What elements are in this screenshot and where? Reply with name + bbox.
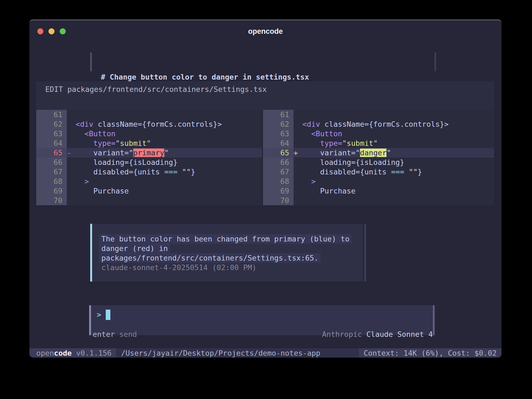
line-number: 67 xyxy=(36,167,67,177)
line-number: 65 xyxy=(263,148,294,158)
diff-right-code: <div className={formCs.controls}> <Butto… xyxy=(294,110,494,205)
code-line: <div className={formCs.controls}> xyxy=(294,119,494,129)
working-directory: /Users/jayair/Desktop/Projects/demo-note… xyxy=(121,348,321,358)
line-number: 65 xyxy=(36,148,67,158)
code-line: <div className={formCs.controls}> xyxy=(67,119,262,129)
line-number: 64 xyxy=(263,138,294,148)
code-line: Purchase xyxy=(294,186,494,196)
code-line: <Button xyxy=(67,129,262,138)
edit-tool-panel: EDIT packages/frontend/src/containers/Se… xyxy=(36,81,494,110)
message-line: The button color has been changed from p… xyxy=(101,234,352,244)
line-number: 63 xyxy=(36,129,67,138)
code-line xyxy=(294,196,494,205)
line-number: 64 xyxy=(36,138,67,148)
diff-left-gutter: 61626364656667686970 xyxy=(36,110,67,205)
line-number: 61 xyxy=(263,110,294,119)
input-footer: enter send Anthropic Claude Sonnet 4 xyxy=(93,330,433,339)
line-number: 70 xyxy=(263,196,294,205)
code-line: loading={isLoading} xyxy=(67,158,262,167)
line-number: 62 xyxy=(36,119,67,129)
code-line: > xyxy=(294,177,494,186)
line-number: 68 xyxy=(263,177,294,186)
edit-label: EDIT xyxy=(45,85,63,93)
diff-right-gutter: 61626364656667686970 xyxy=(263,110,294,205)
line-number: 68 xyxy=(36,177,67,186)
assistant-right-bar xyxy=(364,224,366,282)
code-line: Purchase xyxy=(67,186,262,196)
input-left-bar xyxy=(89,305,91,335)
opencode-window: opencode # Change button color to danger… xyxy=(29,20,501,358)
assistant-accent-bar xyxy=(90,224,92,282)
prompt-right-bar xyxy=(434,52,436,71)
line-number: 69 xyxy=(263,186,294,196)
code-line: + variant="danger" xyxy=(294,148,494,158)
line-number: 67 xyxy=(263,167,294,177)
line-number: 70 xyxy=(36,196,67,205)
app-version-segment: opencode v0.1.156 xyxy=(29,348,116,358)
line-number: 69 xyxy=(36,186,67,196)
message-line: packages/frontend/src/containers/Setting… xyxy=(101,253,352,263)
model-timestamp-line: claude-sonnet-4-20250514 (02:00 PM) xyxy=(101,263,352,272)
code-line: disabled={units === ""} xyxy=(294,167,494,177)
message-line: danger (red) in xyxy=(101,244,352,253)
input-right-bar xyxy=(433,305,435,335)
edit-tool-header: EDIT packages/frontend/src/containers/Se… xyxy=(36,81,494,94)
code-line xyxy=(294,110,494,119)
line-number: 62 xyxy=(263,119,294,129)
code-line xyxy=(67,196,262,205)
code-line: type="submit" xyxy=(67,138,262,148)
text-cursor xyxy=(106,310,110,320)
diff-left-code: <div className={formCs.controls}> <Butto… xyxy=(67,110,262,205)
status-bar: opencode v0.1.156 /Users/jayair/Desktop/… xyxy=(29,348,501,358)
prompt-accent-bar xyxy=(90,52,92,71)
code-line: - variant="primary" xyxy=(67,148,262,158)
line-number: 66 xyxy=(263,158,294,167)
code-line: > xyxy=(67,177,262,186)
line-number: 63 xyxy=(263,129,294,138)
code-line: loading={isLoading} xyxy=(294,158,494,167)
line-number: 61 xyxy=(36,110,67,119)
code-line: <Button xyxy=(294,129,494,138)
code-line: type="submit" xyxy=(294,138,494,148)
diff-view: 61626364656667686970 <div className={for… xyxy=(29,110,501,205)
model-indicator: Anthropic Claude Sonnet 4 xyxy=(322,330,433,339)
edit-file-path: packages/frontend/src/containers/Setting… xyxy=(67,85,267,93)
assistant-message-text: The button color has been changed from p… xyxy=(101,234,352,272)
send-hint: enter send xyxy=(93,330,137,339)
line-number: 66 xyxy=(36,158,67,167)
prompt-title: # Change button color to danger in setti… xyxy=(101,72,309,82)
context-cost-segment: Context: 14K (6%), Cost: $0.02 xyxy=(359,348,501,358)
window-title: opencode xyxy=(29,27,501,36)
code-line xyxy=(67,110,262,119)
prompt-char: > xyxy=(97,310,101,320)
code-line: disabled={units === ""} xyxy=(67,167,262,177)
